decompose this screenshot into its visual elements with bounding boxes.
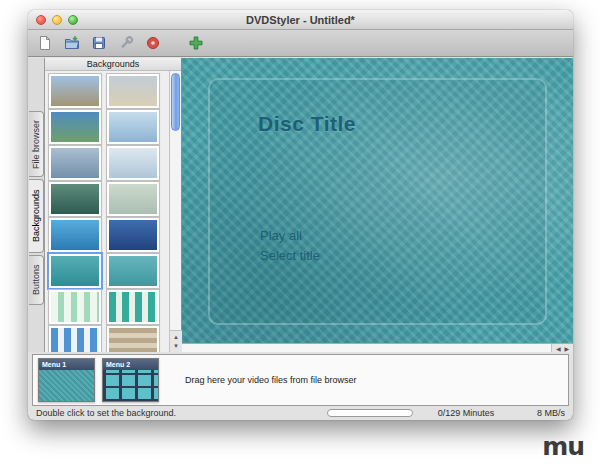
- tab-buttons[interactable]: Buttons: [29, 255, 44, 305]
- drop-hint-text: Drag here your video files from file bro…: [185, 375, 357, 385]
- scroll-right-icon[interactable]: ▶: [564, 345, 569, 352]
- background-thumbnail-image: [109, 328, 157, 352]
- background-thumbnail-image: [51, 148, 99, 178]
- content-area: File browser Backgrounds Buttons Backgro…: [28, 58, 573, 352]
- menu-1-preview: [39, 370, 94, 401]
- background-thumbnail-image: [109, 292, 157, 322]
- background-thumbnail-image: [109, 112, 157, 142]
- titlebar[interactable]: DVDStyler - Untitled*: [28, 10, 573, 30]
- scrollbar-arrows[interactable]: ▲ ▼: [170, 330, 182, 352]
- background-thumbnail-blue-water[interactable]: [49, 218, 101, 252]
- background-thumbnail-green-stripes[interactable]: [107, 290, 159, 324]
- background-thumbnail-image: [109, 220, 157, 250]
- background-thumbnail-image: [51, 76, 99, 106]
- background-thumbnail-image: [51, 256, 99, 286]
- background-thumbnail-sea-horizon[interactable]: [107, 110, 159, 144]
- canvas-area: Disc Title Play all Select title ◀ ▶: [182, 58, 573, 352]
- dvdstyler-window: DVDStyler - Untitled*: [28, 10, 573, 420]
- background-thumbnail-image: [51, 292, 99, 322]
- menu-canvas[interactable]: Disc Title Play all Select title: [182, 58, 573, 343]
- menu-2-thumbnail[interactable]: Menu 2: [102, 358, 159, 402]
- background-thumbnail-teal-waves-2[interactable]: [107, 254, 159, 288]
- new-project-icon[interactable]: [34, 33, 56, 54]
- background-thumbnail-deep-blue[interactable]: [107, 218, 159, 252]
- background-thumbnail-image: [51, 184, 99, 214]
- background-thumbnail-green-stripes-light[interactable]: [49, 290, 101, 324]
- close-button[interactable]: [36, 15, 46, 25]
- backgrounds-panel-header: Backgrounds: [45, 58, 181, 71]
- status-bar: Double click to set the background. 0/12…: [28, 406, 573, 420]
- backgrounds-scrollbar[interactable]: ▲ ▼: [169, 71, 181, 352]
- background-thumbnail-pale-green[interactable]: [107, 182, 159, 216]
- status-speed: 8 MB/s: [509, 408, 565, 418]
- background-thumbnail-image: [109, 184, 157, 214]
- menu-buttons: Play all Select title: [260, 228, 320, 268]
- background-thumbnail-beige-bands[interactable]: [107, 326, 159, 352]
- sidebar-tabstrip: File browser Backgrounds Buttons: [28, 58, 44, 352]
- status-minutes: 0/129 Minutes: [423, 408, 509, 418]
- background-thumbnail-list: [45, 71, 169, 352]
- menu-1-label: Menu 1: [39, 359, 94, 370]
- disc-title-text[interactable]: Disc Title: [258, 112, 356, 136]
- save-project-icon[interactable]: [88, 33, 110, 54]
- menu-2-label: Menu 2: [103, 359, 158, 370]
- status-message: Double click to set the background.: [36, 408, 327, 418]
- background-thumbnail-image: [109, 148, 157, 178]
- background-thumbnail-coastline-aerial[interactable]: [49, 110, 101, 144]
- background-thumbnail-teal-waves[interactable]: [49, 254, 101, 288]
- tab-file-browser[interactable]: File browser: [29, 111, 44, 177]
- scroll-down-icon[interactable]: ▼: [173, 343, 179, 349]
- window-title: DVDStyler - Untitled*: [246, 14, 355, 26]
- hscroll-arrows[interactable]: ◀ ▶: [551, 344, 573, 352]
- settings-wrench-icon[interactable]: [115, 33, 137, 54]
- traffic-lights: [36, 15, 78, 25]
- background-thumbnail-image: [109, 256, 157, 286]
- menu-2-preview: [103, 370, 158, 401]
- background-thumbnail-image: [51, 220, 99, 250]
- backgrounds-panel: Backgrounds ▲ ▼: [44, 58, 182, 352]
- play-all-button[interactable]: Play all: [260, 228, 320, 243]
- titleset-panel[interactable]: Menu 1 Menu 2 Drag here your video files…: [32, 354, 569, 406]
- open-project-icon[interactable]: [61, 33, 83, 54]
- canvas-hscrollbar[interactable]: ◀ ▶: [182, 343, 573, 352]
- scroll-left-icon[interactable]: ◀: [556, 345, 561, 352]
- background-thumbnail-soft-clouds[interactable]: [107, 146, 159, 180]
- background-thumbnail-image: [51, 112, 99, 142]
- toolbar: [28, 30, 573, 57]
- background-thumbnail-beach-cliffs[interactable]: [107, 74, 159, 108]
- add-menu-icon[interactable]: [185, 33, 207, 54]
- background-thumbnail-blue-gray-sea[interactable]: [49, 146, 101, 180]
- background-thumbnail-image: [109, 76, 157, 106]
- capacity-progressbar: [327, 409, 413, 417]
- scrollbar-thumb[interactable]: [171, 73, 180, 131]
- background-thumbnail-sky-road[interactable]: [49, 74, 101, 108]
- burn-disc-icon[interactable]: [142, 33, 164, 54]
- menu-1-thumbnail[interactable]: Menu 1: [38, 358, 95, 402]
- desktop: DVDStyler - Untitled*: [0, 0, 600, 467]
- macupdate-logo: mu: [542, 432, 584, 461]
- background-thumbnail-image: [51, 328, 99, 352]
- background-thumbnail-dark-lagoon[interactable]: [49, 182, 101, 216]
- select-title-button[interactable]: Select title: [260, 248, 320, 263]
- minimize-button[interactable]: [52, 15, 62, 25]
- menu-thumbnails: Menu 1 Menu 2: [38, 358, 159, 402]
- tab-backgrounds[interactable]: Backgrounds: [29, 179, 44, 253]
- scroll-up-icon[interactable]: ▲: [173, 334, 179, 340]
- background-thumbnail-blue-bands[interactable]: [49, 326, 101, 352]
- zoom-button[interactable]: [68, 15, 78, 25]
